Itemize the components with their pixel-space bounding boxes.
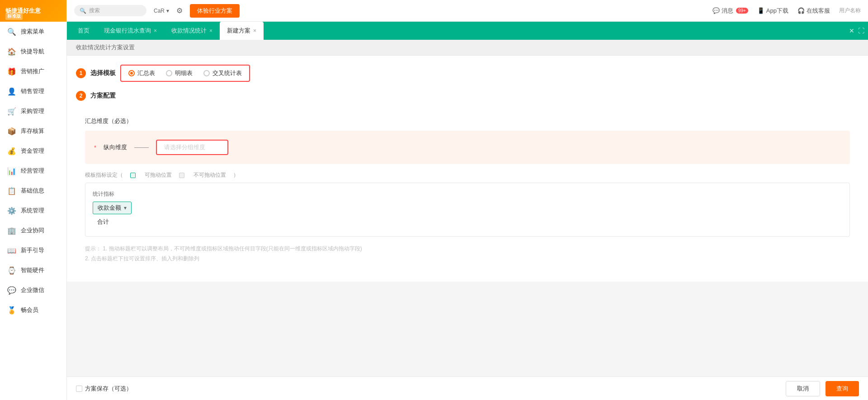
dimension-title: 汇总维度（必选） [85,117,850,125]
arrow: —— [134,143,149,151]
sidebar-icon-smart-hw: ⌚ [7,266,16,275]
stats-tag[interactable]: 收款金额 ▾ [93,202,132,214]
hint-fixed-label: 不可拖动位置 [193,171,226,179]
sidebar-label-wechat: 企业微信 [21,286,44,294]
sidebar-item-finance[interactable]: 💰资金管理 [0,141,66,161]
sidebar-item-collab[interactable]: 🏢企业协同 [0,221,66,240]
hint-draggable-label: 可拖动位置 [145,171,172,179]
query-button[interactable]: 查询 [826,381,859,396]
page-title: 收款情况统计方案设置 [67,40,868,56]
sidebar-item-search-menu[interactable]: 🔍搜索菜单 [0,22,66,42]
sidebar: 畅捷通好生意 标准版 🔍搜索菜单🏠快捷导航🎁营销推广👤销售管理🛒采购管理📦库存核… [0,0,67,400]
sidebar-icon-member: 🏅 [7,306,16,315]
gear-icon[interactable]: ⚙ [176,6,183,15]
sidebar-icon-inventory: 📦 [7,127,16,136]
content-area: 收款情况统计方案设置 1 选择模板 汇总表 明细表 [67,40,868,400]
sidebar-icon-collab: 🏢 [7,226,16,235]
topbar: 🔍 搜索 CaR ▾ ⚙ 体验行业方案 💬 消息 99+ 📱 App下载 🎧 在… [67,0,868,22]
dimension-placeholder: 请选择分组维度 [164,144,205,151]
sidebar-icon-wechat: 💬 [7,286,16,295]
config-area: 汇总维度（必选） * 纵向维度 —— 请选择分组维度 [76,108,859,273]
metrics-hint-suffix: ） [233,171,239,179]
tab-home[interactable]: 首页 [71,22,97,40]
message-badge: 99+ [736,8,748,14]
radio-cross[interactable]: 交叉统计表 [203,69,242,77]
tab-close-receipts-stats[interactable]: × [209,28,212,34]
step2-header: 2 方案配置 [76,91,859,101]
sidebar-item-wechat[interactable]: 💬企业微信 [0,280,66,300]
sidebar-label-member: 畅会员 [21,306,38,314]
message-button[interactable]: 💬 消息 99+ [712,7,748,15]
save-label: 方案保存（可选） [85,385,132,393]
sidebar-label-sales: 销售管理 [21,87,44,95]
metrics-hint: 模板指标设定（ 可拖动位置 不可拖动位置 ） [85,171,850,179]
support-icon: 🎧 [797,7,805,14]
sidebar-label-collab: 企业协同 [21,226,44,235]
main-area: 🔍 搜索 CaR ▾ ⚙ 体验行业方案 💬 消息 99+ 📱 App下载 🎧 在… [67,0,868,400]
trial-button[interactable]: 体验行业方案 [190,4,240,18]
sidebar-icon-system: ⚙️ [7,207,16,215]
stats-tag-row: 收款金额 ▾ [93,202,842,214]
form-section: 1 选择模板 汇总表 明细表 交叉统计表 [67,56,868,282]
draggable-indicator [130,173,136,178]
message-icon: 💬 [712,7,720,14]
sidebar-label-basic-info: 基础信息 [21,187,44,195]
support-button[interactable]: 🎧 在线客服 [797,7,830,15]
topbar-dropdown[interactable]: CaR ▾ [154,8,169,14]
radio-cross-circle [203,70,210,76]
cancel-button[interactable]: 取消 [786,381,820,396]
download-icon: 📱 [757,7,764,14]
tips-area: 提示： 1. 拖动标题栏可以调整布局，不可跨维度或指标区域拖动任何目字段(只能在… [85,244,850,264]
sidebar-label-guide: 新手引导 [21,246,44,254]
tip-2: 2. 点击标题栏下拉可设置排序、插入列和删除列 [85,254,850,264]
save-option: 方案保存（可选） [76,385,132,393]
sidebar-icon-purchase: 🛒 [7,107,16,116]
sidebar-item-operation[interactable]: 📊经营管理 [0,161,66,181]
radio-detail[interactable]: 明细表 [166,69,193,77]
topbar-search[interactable]: 🔍 搜索 [74,5,146,16]
tip-1: 提示： 1. 拖动标题栏可以调整布局，不可跨维度或指标区域拖动任何目字段(只能在… [85,244,850,254]
app-download-button[interactable]: 📱 App下载 [757,7,788,15]
radio-summary-circle [128,70,135,76]
sidebar-icon-search-menu: 🔍 [7,28,16,36]
message-label: 消息 [722,7,733,15]
tab-bank-flow[interactable]: 现金银行流水查询× [97,22,164,40]
sidebar-icon-basic-info: 📋 [7,187,16,195]
sidebar-item-system[interactable]: ⚙️系统管理 [0,201,66,221]
radio-detail-circle [166,70,172,76]
save-checkbox[interactable] [76,386,82,392]
bottom-bar: 方案保存（可选） 取消 查询 [67,376,868,400]
sidebar-item-purchase[interactable]: 🛒采购管理 [0,101,66,121]
search-icon: 🔍 [80,8,86,14]
sidebar-item-inventory[interactable]: 📦库存核算 [0,121,66,141]
tab-label-receipts-stats: 收款情况统计 [171,27,207,35]
tab-label-bank-flow: 现金银行流水查询 [104,27,151,35]
sidebar-item-basic-info[interactable]: 📋基础信息 [0,181,66,201]
dimension-row: * 纵向维度 —— 请选择分组维度 [94,140,841,155]
tab-receipts-stats[interactable]: 收款情况统计× [164,22,220,40]
tab-close-bank-flow[interactable]: × [154,28,157,34]
sidebar-item-marketing[interactable]: 🎁营销推广 [0,61,66,81]
maximize-icon[interactable]: ⛶ [858,27,864,34]
fixed-indicator [179,173,184,178]
stats-tag-label: 收款金额 [98,204,121,212]
search-placeholder: 搜索 [89,7,100,14]
sidebar-item-member[interactable]: 🏅畅会员 [0,300,66,320]
stats-section-title: 统计指标 [93,190,842,198]
username: 用户名称 [839,7,861,14]
tabs-container: 首页现金银行流水查询×收款情况统计×新建方案× [71,22,849,40]
sidebar-item-guide[interactable]: 📖新手引导 [0,240,66,260]
sidebar-label-system: 系统管理 [21,207,44,215]
radio-summary[interactable]: 汇总表 [128,69,155,77]
tab-close-new-plan[interactable]: × [253,28,256,34]
dropdown-text: CaR [154,8,165,14]
sidebar-item-smart-hw[interactable]: ⌚智能硬件 [0,260,66,280]
tab-label-new-plan: 新建方案 [227,27,250,35]
sidebar-item-quick-nav[interactable]: 🏠快捷导航 [0,42,66,61]
dimension-select[interactable]: 请选择分组维度 [156,140,228,155]
sidebar-icon-operation: 📊 [7,167,16,175]
chevron-down-icon: ▾ [166,8,169,14]
tab-new-plan[interactable]: 新建方案× [220,22,264,40]
sidebar-item-sales[interactable]: 👤销售管理 [0,81,66,101]
close-window-icon[interactable]: ✕ [849,27,854,34]
